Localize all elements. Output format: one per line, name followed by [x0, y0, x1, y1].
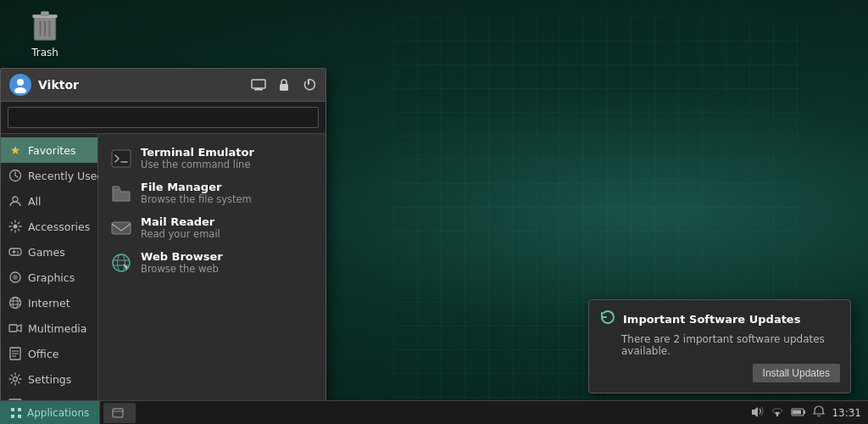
sidebar-item-label-multimedia: Multimedia [28, 322, 87, 335]
svg-rect-35 [112, 222, 131, 234]
sidebar-item-label-internet: Internet [28, 297, 70, 310]
update-icon [599, 309, 616, 329]
sidebar-item-favorites[interactable]: ★ Favorites [1, 137, 97, 163]
svg-rect-2 [41, 12, 48, 16]
svg-point-37 [118, 254, 125, 271]
mail-icon [110, 217, 132, 239]
application-menu: Viktor [0, 68, 326, 421]
trash-icon [28, 7, 62, 44]
settings-icon [8, 371, 23, 387]
sidebar-item-all[interactable]: All [1, 188, 97, 214]
app-info-mail: Mail Reader Read your email [141, 215, 220, 240]
app-desc-mail: Read your email [141, 228, 220, 240]
browser-icon [110, 252, 132, 274]
sidebar-item-label-accessories: Accessories [28, 220, 90, 233]
app-info-browser: Web Browser Browse the web [141, 250, 223, 275]
menu-header-right [249, 76, 317, 93]
sidebar-item-graphics[interactable]: Graphics [1, 265, 97, 290]
time-display: 13:31 [832, 407, 861, 419]
sidebar-item-internet[interactable]: Internet [1, 290, 97, 315]
clock-icon [8, 168, 23, 183]
notification-body: There are 2 important software updates a… [621, 333, 840, 357]
svg-point-20 [10, 298, 21, 309]
sidebar-item-recently-used[interactable]: Recently Used [1, 163, 97, 188]
sidebar-item-label-all: All [28, 195, 42, 208]
star-icon: ★ [8, 142, 23, 158]
svg-point-19 [13, 275, 18, 280]
battery-icon[interactable] [791, 406, 806, 420]
sidebar-item-label-graphics: Graphics [28, 271, 75, 284]
svg-point-7 [14, 87, 26, 93]
sidebar-item-label-recently-used: Recently Used [28, 170, 103, 182]
power-button[interactable] [300, 76, 317, 93]
menu-content: Terminal Emulator Use the command line F… [98, 134, 326, 421]
applications-button[interactable]: Applications [0, 401, 100, 425]
app-item-terminal[interactable]: Terminal Emulator Use the command line [98, 141, 326, 176]
sidebar-item-label-settings: Settings [28, 373, 71, 386]
app-name-terminal: Terminal Emulator [141, 146, 254, 159]
svg-point-36 [113, 254, 130, 271]
menu-sidebar: ★ Favorites Recently Used [1, 134, 98, 421]
multimedia-icon [8, 321, 23, 336]
app-info-filemanager: File Manager Browse the file system [141, 181, 252, 205]
sidebar-item-multimedia[interactable]: Multimedia [1, 315, 97, 341]
screen-button[interactable] [249, 77, 268, 92]
svg-point-13 [13, 197, 18, 202]
taskbar: Applications [0, 400, 868, 424]
svg-rect-24 [9, 325, 17, 332]
trash-desktop-icon[interactable]: Trash [15, 7, 75, 59]
graphics-icon [8, 270, 23, 285]
install-updates-button[interactable]: Install Updates [753, 364, 840, 382]
svg-point-16 [17, 251, 19, 253]
office-icon [8, 346, 23, 361]
menu-header: Viktor [1, 69, 326, 102]
app-desc-browser: Browse the web [141, 263, 223, 275]
notification-header: Important Software Updates [599, 309, 840, 329]
taskbar-window-item[interactable] [103, 403, 136, 423]
sidebar-item-label-favorites: Favorites [28, 144, 75, 157]
taskbar-left: Applications [0, 401, 136, 425]
filemanager-icon [110, 182, 132, 204]
svg-rect-43 [18, 415, 21, 418]
applications-label: Applications [27, 407, 89, 419]
sidebar-item-accessories[interactable]: Accessories [1, 214, 97, 239]
svg-point-21 [13, 298, 18, 309]
menu-header-left: Viktor [9, 74, 79, 96]
sidebar-item-label-office: Office [28, 348, 59, 360]
svg-point-46 [776, 415, 778, 416]
sidebar-item-office[interactable]: Office [1, 341, 97, 366]
svg-point-17 [17, 253, 19, 254]
taskbar-right: 13:31 [750, 405, 868, 420]
svg-point-14 [14, 225, 18, 229]
games-icon [8, 244, 23, 259]
volume-icon[interactable] [750, 405, 764, 420]
app-info-terminal: Terminal Emulator Use the command line [141, 146, 254, 170]
search-input[interactable] [8, 107, 319, 128]
sidebar-item-games[interactable]: Games [1, 239, 97, 265]
app-item-browser[interactable]: Web Browser Browse the web [98, 245, 326, 280]
menu-body: ★ Favorites Recently Used [1, 134, 326, 421]
app-item-mail[interactable]: Mail Reader Read your email [98, 210, 326, 245]
notifications-icon[interactable] [813, 405, 825, 420]
svg-point-29 [14, 377, 18, 382]
svg-rect-8 [252, 80, 265, 88]
svg-rect-11 [280, 84, 288, 91]
trash-label: Trash [31, 47, 58, 59]
user-avatar [9, 74, 31, 96]
sidebar-item-settings[interactable]: Settings [1, 366, 97, 392]
svg-rect-44 [113, 409, 123, 417]
user-name: Viktor [38, 78, 79, 92]
app-name-browser: Web Browser [141, 250, 223, 263]
svg-rect-41 [18, 408, 21, 411]
lock-button[interactable] [276, 76, 292, 93]
notification-panel: Important Software Updates There are 2 i… [588, 299, 851, 393]
app-desc-filemanager: Browse the file system [141, 193, 252, 205]
notification-title: Important Software Updates [623, 313, 800, 326]
svg-point-6 [17, 79, 24, 86]
svg-rect-10 [254, 89, 263, 91]
app-item-filemanager[interactable]: File Manager Browse the file system [98, 176, 326, 210]
app-name-mail: Mail Reader [141, 215, 220, 228]
network-icon[interactable] [771, 405, 784, 420]
app-desc-terminal: Use the command line [141, 159, 254, 170]
sidebar-item-label-games: Games [28, 246, 65, 259]
